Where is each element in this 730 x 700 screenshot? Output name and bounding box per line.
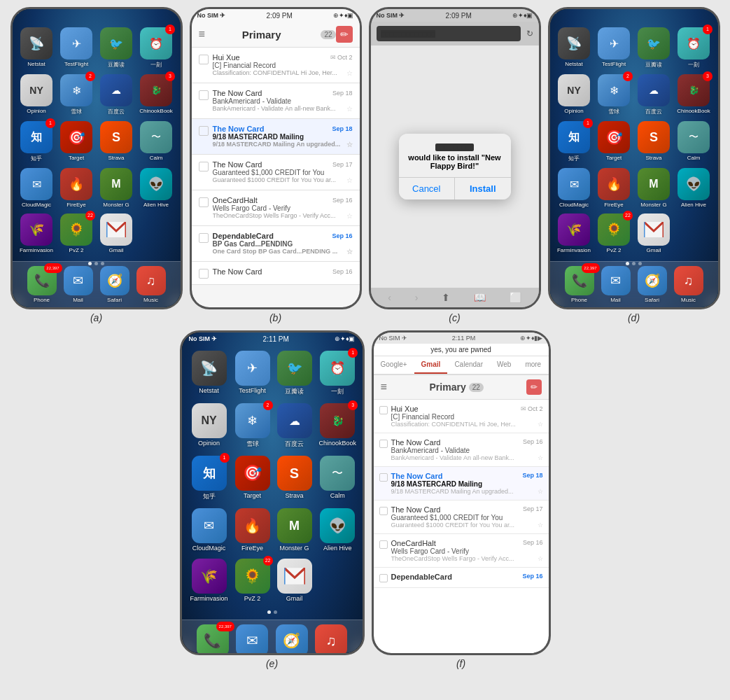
app-e-strava[interactable]: S Strava: [277, 456, 312, 501]
dock-d-music[interactable]: ♫ Music: [674, 266, 703, 303]
cb-f-2[interactable]: [379, 440, 388, 448]
forward-btn[interactable]: ›: [415, 292, 419, 303]
app-d-pvz[interactable]: 🌻 22 PvZ 2: [597, 214, 631, 253]
app-e-farminvasion[interactable]: 🌾 Farminvasion: [190, 559, 228, 602]
email-item-4[interactable]: The Now Card Sep 17 Guaranteed $1,000 CR…: [192, 155, 360, 190]
cb-f-4[interactable]: [379, 507, 388, 515]
dock-d-phone[interactable]: 📞 22,397 Phone: [565, 266, 594, 303]
share-btn[interactable]: ⬆: [442, 292, 450, 303]
app-e-pvz[interactable]: 🌻 22 PvZ 2: [235, 559, 270, 602]
cb-f-3[interactable]: [379, 473, 388, 482]
email-item-2[interactable]: The Now Card Sep 18 BankAmericard - Vali…: [192, 83, 360, 119]
dock-mail[interactable]: ✉ Mail: [64, 266, 93, 303]
app-d-strava[interactable]: S Strava: [637, 121, 671, 162]
app-e-zhihu[interactable]: 知 1 知乎: [190, 456, 228, 501]
bookmarks-btn[interactable]: 📖: [474, 292, 486, 303]
cb-f-1[interactable]: [379, 406, 388, 414]
dock-e-phone[interactable]: 📞 22,397 Phone: [197, 624, 229, 653]
app-e-baidu[interactable]: ☁ 百度云: [277, 403, 312, 449]
checkbox-1[interactable]: [199, 55, 209, 64]
app-d-baidu[interactable]: ☁ 百度云: [637, 74, 671, 115]
email-f-3[interactable]: The Now Card Sep 18 9/18 MASTERCARD Mail…: [374, 467, 549, 500]
app-d-cloudmagic[interactable]: ✉ CloudMagic: [557, 168, 591, 208]
app-d-farminvasion[interactable]: 🌾 Farminvasion: [557, 214, 591, 253]
app-d-xueqiu[interactable]: ❄ 2 雪球: [597, 74, 631, 115]
app-testflight[interactable]: ✈ TestFlight: [59, 27, 94, 69]
app-e-fireeye[interactable]: 🔥 FireEye: [235, 508, 270, 552]
email-f-6[interactable]: DependableCard Sep 16: [374, 568, 549, 588]
app-cloudmagic[interactable]: ✉ CloudMagic: [20, 168, 54, 208]
app-target[interactable]: 🎯 Target: [59, 121, 94, 162]
app-pvz[interactable]: 🌻 22 PvZ 2: [59, 214, 94, 253]
app-d-douban[interactable]: 🐦 豆瓣读: [637, 27, 671, 69]
email-f-5[interactable]: OneCardHalt Sep 16 Wells Fargo Card - Ve…: [374, 534, 549, 568]
app-d-netstat[interactable]: 📡 Netstat: [557, 27, 591, 69]
email-item-7[interactable]: The Now Card Sep 16: [192, 262, 360, 285]
app-d-target[interactable]: 🎯 Target: [597, 121, 631, 162]
app-d-monster[interactable]: M Monster G: [637, 168, 671, 208]
app-baidu[interactable]: ☁ 百度云: [99, 74, 134, 115]
compose-btn-b[interactable]: ✏: [336, 26, 353, 43]
app-d-testflight[interactable]: ✈ TestFlight: [597, 27, 631, 69]
dock-d-mail[interactable]: ✉ Mail: [601, 266, 631, 303]
app-farminvasion[interactable]: 🌾 Farminvasion: [20, 214, 54, 253]
app-d-yike[interactable]: ⏰ 1 一刻: [677, 27, 711, 69]
checkbox-4[interactable]: [199, 162, 209, 172]
app-chinook[interactable]: 🐉 3 ChinookBook: [139, 74, 174, 115]
app-d-calm[interactable]: 〜 Calm: [677, 121, 711, 162]
app-yike[interactable]: ⏰ 1 一刻: [139, 27, 174, 69]
app-e-netstat[interactable]: 📡 Netstat: [190, 351, 228, 396]
dock-phone[interactable]: 📞 22,397 Phone: [27, 266, 57, 303]
dock-e-mail[interactable]: ✉ Mail: [236, 624, 268, 653]
app-e-xueqiu[interactable]: ❄ 2 雪球: [235, 403, 270, 449]
app-zhihu[interactable]: 知 1 知乎: [20, 121, 54, 162]
app-d-chinook[interactable]: 🐉 3 ChinookBook: [677, 74, 711, 115]
app-d-opinion[interactable]: NY Opinion: [557, 74, 591, 115]
tab-gmail-active[interactable]: Gmail: [414, 356, 448, 374]
app-e-gmail[interactable]: Gmail: [277, 559, 312, 602]
hamburger-f[interactable]: ≡: [381, 381, 387, 393]
dock-d-safari[interactable]: 🧭 Safari: [638, 266, 667, 303]
app-e-cloudmagic[interactable]: ✉ CloudMagic: [190, 508, 228, 552]
app-e-monster[interactable]: M Monster G: [277, 508, 312, 552]
checkbox-7[interactable]: [199, 269, 209, 279]
email-f-2[interactable]: The Now Card Sep 16 BankAmericard - Vali…: [374, 433, 549, 467]
cancel-button[interactable]: Cancel: [399, 178, 455, 200]
compose-btn-f[interactable]: ✏: [526, 379, 542, 395]
tab-calendar[interactable]: Calendar: [447, 356, 490, 374]
dock-e-music[interactable]: ♫ Music: [315, 624, 347, 653]
checkbox-6[interactable]: [199, 233, 209, 243]
back-btn[interactable]: ‹: [388, 292, 391, 303]
app-e-alienhive[interactable]: 👽 Alien Hive: [319, 508, 357, 552]
app-douban[interactable]: 🐦 豆瓣读: [99, 27, 134, 69]
app-e-opinion[interactable]: NY Opinion: [190, 403, 228, 449]
app-e-chinook[interactable]: 🐉 3 ChinookBook: [319, 403, 357, 449]
tab-googleplus[interactable]: Google+: [374, 356, 414, 374]
app-strava[interactable]: S Strava: [99, 121, 134, 162]
app-d-zhihu[interactable]: 知 1 知乎: [557, 121, 591, 162]
cb-f-5[interactable]: [379, 540, 388, 549]
checkbox-3[interactable]: [199, 126, 209, 136]
app-d-gmail[interactable]: Gmail: [637, 214, 671, 253]
app-e-testflight[interactable]: ✈ TestFlight: [235, 351, 270, 396]
app-d-fireeye[interactable]: 🔥 FireEye: [597, 168, 631, 208]
email-item-5[interactable]: OneCardHalt Sep 16 Wells Fargo Card - Ve…: [192, 190, 360, 226]
app-gmail[interactable]: Gmail: [99, 214, 134, 253]
app-alienhive[interactable]: 👽 Alien Hive: [139, 168, 174, 208]
email-item-3[interactable]: The Now Card Sep 18 9/18 MASTERCARD Mail…: [192, 119, 360, 155]
checkbox-5[interactable]: [199, 197, 209, 207]
app-calm[interactable]: 〜 Calm: [139, 121, 174, 162]
app-fireeye[interactable]: 🔥 FireEye: [59, 168, 94, 208]
email-item-6[interactable]: DependableCard Sep 16 BP Gas Card...PEND…: [192, 226, 360, 262]
install-button[interactable]: Install: [455, 178, 511, 200]
tab-web[interactable]: Web: [490, 356, 518, 374]
hamburger-icon-b[interactable]: ≡: [199, 28, 205, 41]
app-netstat[interactable]: 📡 Netstat: [20, 27, 54, 69]
cb-f-6[interactable]: [379, 574, 388, 582]
app-e-yike[interactable]: ⏰ 1 一刻: [319, 351, 357, 396]
tabs-btn[interactable]: ⬜: [510, 292, 521, 303]
dock-safari[interactable]: 🧭 Safari: [100, 266, 129, 303]
refresh-icon-c[interactable]: ↻: [526, 29, 533, 38]
app-e-calm[interactable]: 〜 Calm: [319, 456, 357, 501]
app-e-target[interactable]: 🎯 Target: [235, 456, 270, 501]
